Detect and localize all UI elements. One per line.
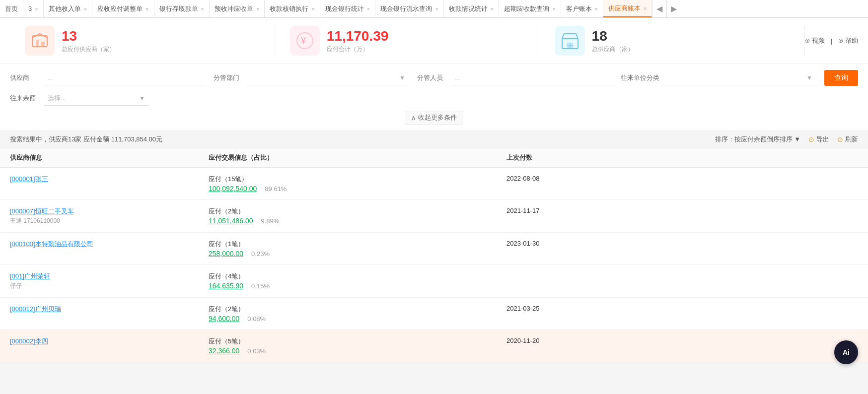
nav-tab-collection-stat[interactable]: 收款情况统计 × [444,0,499,17]
nav-tab-payable-adjust-close[interactable]: × [145,6,148,12]
sort-chevron-icon[interactable]: ▼ [794,135,800,143]
export-label: 导出 [816,135,829,144]
transaction-amount-6[interactable]: 32,366.00 [209,347,239,355]
balance-filter-label: 往来余额 [10,94,40,103]
nav-tab-bank-deposit-label: 银行存取款单 [159,4,198,13]
table-header: 供应商信息 应付交易信息（占比） 上次付数 [0,148,868,168]
filter-balance: 往来余额 选择... ▼ [10,91,149,106]
nav-tab-receipt-verify-label: 收款核销执行 [270,4,308,13]
filter-person: 分管人员 ... [417,70,613,85]
supplier-name-5[interactable]: [000012]广州贝瑞 [10,305,209,314]
transaction-percent-2: 9.89% [261,217,280,225]
nav-tab-home[interactable]: 首页 [0,0,23,17]
last-pay-cell-5: 2021-03-25 [506,305,858,312]
nav-tab-advance-write-off-close[interactable]: × [256,6,259,12]
nav-tab-bank-deposit[interactable]: 银行存取款单 × [154,0,210,17]
nav-tab-receipt-verify-close[interactable]: × [311,6,314,12]
result-summary-text: 搜索结果中，供应商13家 应付金额 111,703,854.00元 [10,135,162,144]
nav-tab-home-label: 首页 [5,4,18,13]
help-link[interactable]: ⊙ 帮助 [838,36,858,45]
nav-tab-overdue-query-close[interactable]: × [552,6,555,12]
payable-total-label: 应付合计（万） [327,45,389,54]
nav-tab-supplier-account[interactable]: 供应商账本 × [603,0,652,17]
person-filter-label: 分管人员 [417,73,447,82]
nav-next-arrow[interactable]: ▶ [666,0,681,17]
nav-tab-collection-stat-close[interactable]: × [491,6,494,12]
video-link[interactable]: ⊙ 视频 [805,36,825,45]
query-button[interactable]: 查询 [824,70,858,86]
balance-chevron-icon: ▼ [139,95,145,102]
category-filter-label: 往来单位分类 [621,73,659,82]
svg-text:¥: ¥ [300,36,306,46]
transaction-info-4: 应付（4笔） 164,635.90 0.15% [209,272,506,290]
nav-tab-cash-bank-flow-close[interactable]: × [435,6,438,12]
refresh-button[interactable]: ⊙ 刷新 [837,135,858,144]
col-header-supplier-info: 供应商信息 [10,153,209,162]
export-icon: ⊙ [808,135,814,143]
filter-category: 往来单位分类 ▼ [621,70,816,85]
transaction-amount-1[interactable]: 100,092,540.00 [209,185,257,193]
transaction-label-1: 应付（15笔） [209,175,506,184]
export-button[interactable]: ⊙ 导出 [808,135,829,144]
nav-prev-arrow[interactable]: ◀ [652,0,666,17]
nav-tab-collection-stat-label: 收款情况统计 [449,4,488,13]
nav-tab-3[interactable]: 3 × [23,0,44,17]
transaction-amount-5[interactable]: 94,600.00 [209,315,239,323]
nav-tab-advance-write-off[interactable]: 预收冲应收单 × [210,0,265,17]
transaction-percent-6: 0.03% [247,347,266,355]
balance-filter-select[interactable]: 选择... ▼ [44,91,149,106]
nav-tab-receipt-verify[interactable]: 收款核销执行 × [265,0,320,17]
collapse-button[interactable]: ∧ 收起更多条件 [405,111,463,125]
last-pay-date-2: 2021-11-17 [506,206,540,214]
nav-tab-advance-write-off-label: 预收冲应收单 [215,4,253,13]
transaction-row-1: 100,092,540.00 89.61% [209,185,506,193]
last-pay-date-5: 2021-03-25 [506,304,540,312]
supplier-cell-3: [000100]本特勤油品有限公司 [10,240,209,250]
nav-tab-cash-bank-flow-label: 现金银行流水查询 [380,4,432,13]
nav-tab-supplier-account-close[interactable]: × [644,5,647,11]
nav-tab-customer-account-close[interactable]: × [595,6,598,12]
nav-tab-overdue-query[interactable]: 超期应收款查询 × [499,0,561,17]
supplier-name-2[interactable]: [000007]恒旺二手叉车 [10,207,209,216]
category-filter-select[interactable]: ▼ [663,70,816,85]
summary-help: ⊙ 视频 | ⊙ 帮助 [805,36,858,45]
svg-rect-0 [32,36,47,47]
transaction-cell-2: 应付（2笔） 11,051,486.00 9.89% [209,207,506,225]
transaction-cell-3: 应付（1笔） 258,000.00 0.23% [209,240,506,258]
supplier-name-1[interactable]: [000001]张三 [10,175,209,184]
filter-bar: 供应商 ... 分管部门 ▼ 分管人员 ... 往来单位分类 ▼ 查询 [0,64,868,131]
dept-filter-select[interactable]: ▼ [247,70,409,85]
nav-tab-3-close[interactable]: × [35,6,38,12]
supplier-filter-input[interactable]: ... [44,70,206,85]
help-separator: | [831,37,832,45]
transaction-label-3: 应付（1笔） [209,240,506,249]
money-icon: ¥ [290,26,320,56]
last-pay-cell-1: 2022-08-08 [506,175,858,182]
nav-tab-cash-bank-stat[interactable]: 现金银行统计 × [320,0,375,17]
transaction-amount-3[interactable]: 258,000.00 [209,250,243,258]
transaction-amount-2[interactable]: 11,051,486.00 [209,217,253,225]
nav-tab-other-income[interactable]: 其他收入单 × [44,0,92,17]
nav-tab-customer-account[interactable]: 客户账本 × [561,0,603,17]
ai-button[interactable]: Ai [834,340,858,362]
nav-tab-cash-bank-flow[interactable]: 现金银行流水查询 × [375,0,443,17]
transaction-row-6: 32,366.00 0.03% [209,347,506,355]
supplier-name-6[interactable]: [000002]李四 [10,337,209,346]
supplier-name-3[interactable]: [000100]本特勤油品有限公司 [10,240,209,249]
payable-supplier-count: 13 [62,28,115,45]
person-filter-input[interactable]: ... [451,70,613,85]
balance-placeholder: 选择... [48,94,66,103]
nav-tab-bank-deposit-close[interactable]: × [201,6,204,12]
nav-tab-cash-bank-stat-close[interactable]: × [367,6,370,12]
nav-tab-payable-adjust[interactable]: 应收应付调整单 × [92,0,154,17]
svg-rect-2 [41,42,45,47]
transaction-amount-4[interactable]: 164,635.90 [209,282,243,290]
nav-tab-other-income-close[interactable]: × [84,6,87,12]
ai-button-label: Ai [843,348,850,356]
last-pay-date-6: 2020-11-20 [506,336,540,344]
nav-tab-payable-adjust-label: 应收应付调整单 [97,4,143,13]
transaction-row-4: 164,635.90 0.15% [209,282,506,290]
supplier-name-4[interactable]: [001]广州荣轩 [10,272,209,281]
refresh-label: 刷新 [845,135,858,144]
transaction-percent-4: 0.15% [251,282,270,290]
